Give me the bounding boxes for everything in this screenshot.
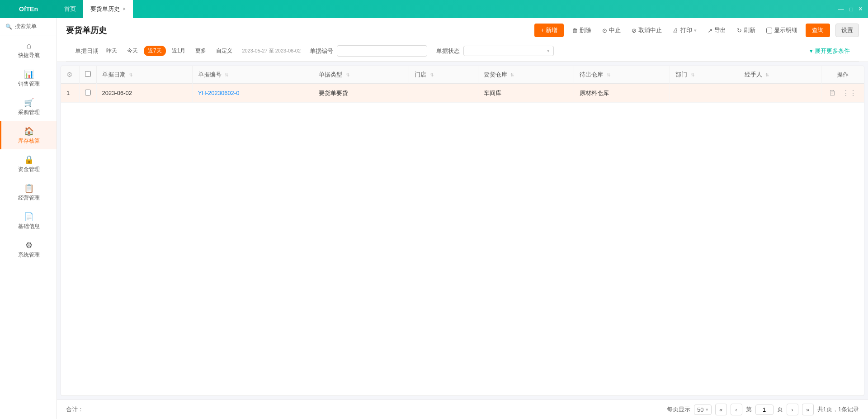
total-records-display: 共1页，1条记录 bbox=[817, 405, 859, 414]
tab-home[interactable]: 首页 bbox=[57, 0, 83, 18]
main-layout: 🔍 搜索菜单 ⌂ 快捷导航 📊 销售管理 🛒 采购管理 🏠 库存核算 🔒 资金管… bbox=[0, 18, 868, 419]
cell-checkbox bbox=[79, 84, 96, 103]
cell-handler bbox=[739, 84, 821, 103]
date-btn-today[interactable]: 今天 bbox=[123, 46, 142, 56]
page-size-select[interactable]: 50 ▾ bbox=[694, 405, 711, 415]
sidebar-item-sales-mgmt[interactable]: 📊 销售管理 bbox=[0, 64, 57, 92]
col-action: 操作 bbox=[821, 66, 864, 84]
new-button[interactable]: + 新增 bbox=[534, 24, 564, 37]
close-button[interactable]: × bbox=[859, 5, 863, 13]
cell-doc-number: YH-20230602-0 bbox=[192, 84, 313, 103]
col-req-warehouse: 要货仓库 ⇅ bbox=[478, 66, 574, 84]
prev-page-button[interactable]: ‹ bbox=[731, 404, 742, 415]
query-button[interactable]: 查询 bbox=[806, 24, 830, 37]
minimize-button[interactable]: — bbox=[838, 6, 844, 13]
sidebar-item-inventory[interactable]: 🏠 库存核算 bbox=[0, 121, 57, 149]
cell-action: 🖹 ⋮⋮ bbox=[821, 84, 864, 103]
select-all-checkbox[interactable] bbox=[85, 71, 91, 77]
last-page-button[interactable]: » bbox=[802, 404, 814, 415]
cell-department bbox=[670, 84, 739, 103]
settings-button[interactable]: 设置 bbox=[835, 24, 859, 37]
col-doc-date: 单据日期 ⇅ bbox=[96, 66, 192, 84]
date-btn-7days[interactable]: 近7天 bbox=[144, 46, 166, 56]
sort-req-warehouse-icon[interactable]: ⇅ bbox=[510, 72, 514, 77]
table-settings-icon[interactable]: ⚙ bbox=[66, 71, 72, 78]
page-unit-label: 页 bbox=[777, 405, 783, 414]
cancel-stop-button[interactable]: ⊘ 取消中止 bbox=[629, 24, 665, 36]
doc-status-label: 单据状态 bbox=[436, 47, 460, 55]
cell-index: 1 bbox=[61, 84, 79, 103]
stop-button[interactable]: ⊙ 中止 bbox=[599, 24, 623, 36]
doc-number-link[interactable]: YH-20230602-0 bbox=[198, 90, 240, 96]
delete-button[interactable]: 🗑 删除 bbox=[569, 24, 594, 36]
sort-handler-icon[interactable]: ⇅ bbox=[765, 72, 769, 77]
search-icon: 🔍 bbox=[5, 24, 12, 30]
tab-requisition-history[interactable]: 要货单历史 × bbox=[83, 0, 133, 18]
date-filter-group: 单据日期 昨天 今天 近7天 近1月 更多 自定义 2023-05-27 至 2… bbox=[75, 46, 301, 56]
export-button[interactable]: ↗ 导出 bbox=[705, 24, 729, 36]
show-detail-toggle[interactable]: 显示明细 bbox=[764, 24, 800, 36]
col-settings: ⚙ bbox=[61, 66, 79, 84]
table-container: ⚙ 单据日期 ⇅ 单据编号 ⇅ bbox=[61, 66, 864, 396]
sort-department-icon[interactable]: ⇅ bbox=[691, 72, 694, 77]
print-chevron-icon: ▾ bbox=[694, 28, 697, 33]
date-btn-more[interactable]: 更多 bbox=[191, 46, 210, 56]
stop-icon: ⊙ bbox=[602, 27, 607, 34]
table-footer: 合计： 每页显示 50 ▾ « ‹ 第 页 › » 共1页，1条记录 bbox=[57, 400, 868, 419]
doc-number-input[interactable] bbox=[337, 45, 427, 57]
home-icon: ⌂ bbox=[27, 42, 32, 50]
refresh-button[interactable]: ↻ 刷新 bbox=[734, 24, 758, 36]
doc-number-label: 单据编号 bbox=[310, 47, 333, 55]
top-bar: OfTEn 首页 要货单历史 × — □ × bbox=[0, 0, 868, 18]
sort-doc-number-icon[interactable]: ⇅ bbox=[225, 72, 228, 77]
page-title: 要货单历史 bbox=[66, 25, 107, 36]
toolbar: + 新增 🗑 删除 ⊙ 中止 ⊘ 取消中止 🖨 bbox=[534, 24, 859, 37]
col-department: 部门 ⇅ bbox=[670, 66, 739, 84]
sort-pending-warehouse-icon[interactable]: ⇅ bbox=[607, 72, 610, 77]
show-detail-checkbox[interactable] bbox=[766, 28, 772, 33]
sort-doc-type-icon[interactable]: ⇅ bbox=[346, 72, 349, 77]
row-view-button[interactable]: 🖹 bbox=[827, 88, 838, 98]
next-page-button[interactable]: › bbox=[787, 404, 798, 415]
maximize-button[interactable]: □ bbox=[849, 6, 853, 13]
sort-store-icon[interactable]: ⇅ bbox=[430, 72, 434, 77]
sidebar-item-basic-info[interactable]: 📄 基础信息 bbox=[0, 206, 57, 235]
tab-close-icon[interactable]: × bbox=[123, 6, 126, 12]
page-jump-label: 第 bbox=[746, 405, 752, 414]
col-store: 门店 ⇅ bbox=[409, 66, 478, 84]
page-number-input[interactable] bbox=[755, 405, 774, 415]
row-checkbox[interactable] bbox=[85, 90, 91, 95]
row-more-button[interactable]: ⋮⋮ bbox=[840, 88, 859, 98]
purchase-icon: 🛒 bbox=[24, 99, 34, 107]
finance-icon: 🔒 bbox=[24, 156, 34, 164]
sys-icon: ⚙ bbox=[25, 241, 33, 249]
cell-req-warehouse: 车间库 bbox=[478, 84, 574, 103]
page-header: 要货单历史 + 新增 🗑 删除 ⊙ 中止 ⊘ 取消中止 bbox=[57, 18, 868, 62]
inventory-icon: 🏠 bbox=[24, 127, 34, 135]
sidebar-item-finance-mgmt[interactable]: 🔒 资金管理 bbox=[0, 149, 57, 178]
doc-status-chevron-icon: ▾ bbox=[547, 48, 550, 54]
first-page-button[interactable]: « bbox=[715, 404, 727, 415]
basic-info-icon: 📄 bbox=[24, 213, 34, 221]
date-btn-custom[interactable]: 自定义 bbox=[212, 46, 236, 56]
page-size-chevron-icon: ▾ bbox=[706, 407, 708, 413]
sort-doc-date-icon[interactable]: ⇅ bbox=[129, 72, 132, 77]
date-quick-buttons: 昨天 今天 近7天 近1月 更多 自定义 bbox=[102, 46, 236, 56]
date-btn-1month[interactable]: 近1月 bbox=[168, 46, 190, 56]
summary-label: 合计： bbox=[66, 405, 84, 414]
doc-status-select[interactable]: ▾ bbox=[463, 46, 554, 56]
sidebar-item-purchase-mgmt[interactable]: 🛒 采购管理 bbox=[0, 92, 57, 121]
sidebar-search[interactable]: 🔍 搜索菜单 bbox=[0, 18, 57, 35]
doc-number-filter-group: 单据编号 bbox=[310, 45, 427, 57]
sidebar-item-sys-mgmt[interactable]: ⚙ 系统管理 bbox=[0, 235, 57, 263]
date-btn-yesterday[interactable]: 昨天 bbox=[102, 46, 121, 56]
expand-more-button[interactable]: ▾ 展开更多条件 bbox=[810, 47, 850, 55]
action-icons: 🖹 ⋮⋮ bbox=[827, 88, 859, 98]
sidebar-item-operations-mgmt[interactable]: 📋 经营管理 bbox=[0, 178, 57, 206]
col-doc-number: 单据编号 ⇅ bbox=[192, 66, 313, 84]
sidebar-item-quick-nav[interactable]: ⌂ 快捷导航 bbox=[0, 35, 57, 64]
doc-status-filter-group: 单据状态 ▾ bbox=[436, 46, 554, 56]
export-icon: ↗ bbox=[708, 27, 712, 34]
print-button[interactable]: 🖨 打印 ▾ bbox=[670, 24, 699, 36]
page-size-label: 每页显示 bbox=[667, 405, 690, 414]
